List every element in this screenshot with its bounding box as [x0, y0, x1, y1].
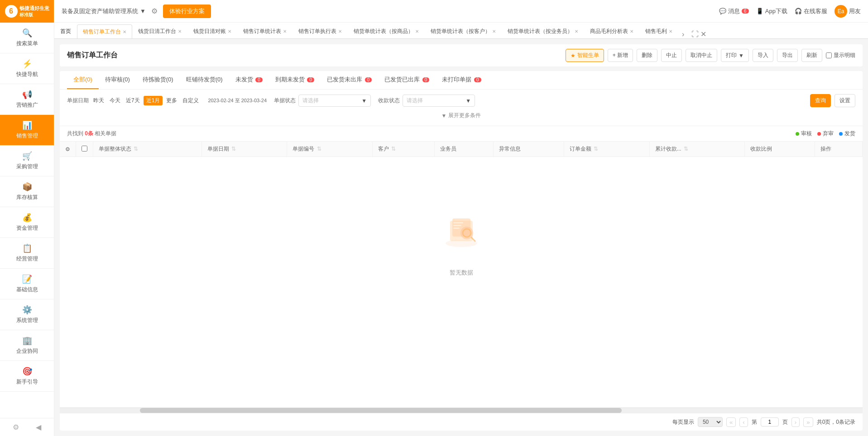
status-select[interactable]: 请选择 ▼	[298, 95, 371, 107]
tab-close-icon[interactable]: ✕	[283, 29, 287, 34]
filter-tab-shipped-not-out[interactable]: 已发货未出库 0	[321, 71, 378, 89]
ship-action[interactable]: 发货	[839, 130, 855, 137]
sort-icon[interactable]: ⇅	[317, 146, 321, 152]
print-button[interactable]: 打印 ▼	[721, 49, 749, 62]
scrollbar-thumb[interactable]	[140, 408, 622, 413]
sort-icon[interactable]: ⇅	[134, 146, 138, 152]
date-opt-1month[interactable]: 近1月	[144, 96, 163, 105]
smart-gen-button[interactable]: ★ 智能生单	[566, 49, 604, 62]
sidebar-item-operations[interactable]: 📋 经营管理	[0, 238, 54, 269]
settings-bottom-icon[interactable]: ⚙	[13, 423, 19, 431]
tab-sales-profit[interactable]: 销售毛利 ✕	[639, 24, 678, 38]
service-button[interactable]: 🎧 在线客服	[795, 7, 827, 15]
show-details-label[interactable]: 显示明细	[826, 52, 855, 59]
sort-icon[interactable]: ⇅	[231, 146, 236, 152]
tab-close-icon[interactable]: ✕	[178, 29, 182, 34]
delete-button[interactable]: 删除	[637, 49, 657, 62]
next-page-button[interactable]: ›	[791, 417, 800, 427]
tab-close-icon[interactable]: ✕	[575, 29, 578, 34]
show-details-checkbox[interactable]	[826, 52, 832, 58]
sidebar-item-sales[interactable]: 📊 销售管理	[0, 115, 54, 146]
tab-sales-order[interactable]: 销售订单工作台 ✕	[77, 24, 132, 39]
select-all-checkbox[interactable]	[82, 146, 87, 152]
message-button[interactable]: 💬 消息 6	[719, 7, 749, 15]
tab-close-icon[interactable]: ✕	[630, 29, 633, 34]
cancel-pause-button[interactable]: 取消中止	[686, 49, 717, 62]
horizontal-scrollbar[interactable]	[60, 408, 863, 413]
tab-home[interactable]: 首页	[54, 24, 77, 38]
tab-close-all-icon[interactable]: ✕	[700, 30, 706, 38]
sidebar-item-purchase[interactable]: 🛒 采购管理	[0, 146, 54, 176]
tab-goods-margin[interactable]: 商品毛利分析表 ✕	[584, 24, 639, 38]
sidebar-item-search[interactable]: 🔍 搜索菜单	[0, 23, 54, 53]
filter-tab-all[interactable]: 全部(0)	[67, 71, 99, 89]
export-button[interactable]: 导出	[777, 49, 798, 62]
trial-button[interactable]: 体验行业方案	[163, 5, 211, 18]
sidebar-item-system[interactable]: ⚙️ 系统管理	[0, 299, 54, 330]
sort-icon[interactable]: ⇅	[684, 146, 688, 152]
reject-action[interactable]: 弃审	[817, 130, 834, 137]
chevron-right-icon: ›	[682, 30, 684, 38]
tab-close-icon[interactable]: ✕	[123, 29, 126, 34]
tab-close-icon[interactable]: ✕	[669, 29, 672, 34]
app-download-button[interactable]: 📱 App下载	[756, 7, 787, 15]
date-opt-more[interactable]: 更多	[164, 96, 179, 105]
tab-fullscreen-icon[interactable]: ⛶	[691, 30, 699, 38]
th-check[interactable]	[76, 142, 93, 157]
sidebar-item-finance[interactable]: 💰 资金管理	[0, 207, 54, 238]
add-button[interactable]: + 新增	[608, 49, 633, 62]
tab-sales-summary-staff[interactable]: 销货单统计表（按业务员） ✕	[502, 24, 584, 38]
settings-search-button[interactable]: 设置	[834, 94, 855, 107]
date-opt-today[interactable]: 今天	[108, 96, 122, 105]
page-size-select[interactable]: 50 10 20 100	[698, 417, 723, 427]
user-menu[interactable]: Ea 用友	[834, 5, 861, 18]
tab-close-icon[interactable]: ✕	[415, 29, 419, 34]
filter-tab-shipped-out[interactable]: 已发货已出库 0	[378, 71, 436, 89]
tab-close-icon[interactable]: ✕	[492, 29, 496, 34]
tab-sales-summary-customer[interactable]: 销货单统计表（按客户） ✕	[425, 24, 502, 38]
first-page-button[interactable]: «	[726, 417, 736, 427]
date-opt-yesterday[interactable]: 昨天	[91, 96, 106, 105]
expand-more-button[interactable]: ▼ 展开更多条件	[438, 110, 485, 121]
reject-dot	[817, 132, 821, 136]
sidebar-item-inventory[interactable]: 📦 库存核算	[0, 176, 54, 207]
date-opt-7days[interactable]: 近7天	[124, 96, 142, 105]
search-row: 单据日期 昨天 今天 近7天 近1月 更多 自定义 2023-02-24 至 2…	[67, 94, 855, 107]
sidebar-item-quicknav[interactable]: ⚡ 快捷导航	[0, 53, 54, 84]
query-button[interactable]: 查询	[810, 94, 831, 107]
sort-icon[interactable]: ⇅	[594, 146, 598, 152]
tab-cash-reconcile[interactable]: 钱货日清对账 ✕	[187, 24, 237, 38]
date-opt-custom[interactable]: 自定义	[181, 96, 201, 105]
filter-tab-not-printed[interactable]: 未打印单据 0	[436, 71, 487, 89]
system-title-dropdown[interactable]: 装备及固定资产辅助管理系统 ▼	[62, 7, 146, 15]
table-header-row: ⚙ 单据整体状态 ⇅ 单据日期 ⇅	[60, 142, 863, 157]
sidebar-item-marketing[interactable]: 📢 营销推广	[0, 84, 54, 115]
sort-icon[interactable]: ⇅	[391, 146, 396, 152]
payment-select[interactable]: 请选择 ▼	[403, 95, 475, 107]
filter-tab-pending-check[interactable]: 待拣验货(0)	[136, 71, 180, 89]
tab-sales-exec[interactable]: 销售订单执行表 ✕	[293, 24, 348, 38]
collapse-icon[interactable]: ◀	[36, 423, 41, 431]
tab-close-icon[interactable]: ✕	[338, 29, 342, 34]
tabbar-more[interactable]: ›	[678, 30, 688, 38]
page-number-input[interactable]	[761, 417, 779, 427]
tab-close-icon[interactable]: ✕	[228, 29, 231, 34]
tab-cash-day[interactable]: 钱货日清工作台 ✕	[132, 24, 187, 38]
filter-tab-not-shipped[interactable]: 未发货 0	[229, 71, 269, 89]
tab-sales-summary-product[interactable]: 销货单统计表（按商品） ✕	[348, 24, 425, 38]
last-page-button[interactable]: »	[803, 417, 813, 427]
sidebar-item-enterprise[interactable]: 🏢 企业协同	[0, 330, 54, 361]
tab-sales-stat[interactable]: 销售订单统计表 ✕	[237, 24, 293, 38]
refresh-button[interactable]: 刷新	[801, 49, 822, 62]
prev-page-button[interactable]: ‹	[739, 417, 748, 427]
topbar-settings-icon[interactable]: ⚙	[151, 7, 158, 15]
pause-button[interactable]: 中止	[661, 49, 682, 62]
filter-tab-wangpu[interactable]: 旺铺待发货(0)	[180, 71, 229, 89]
filter-tab-pending[interactable]: 待审核(0)	[99, 71, 136, 89]
approve-action[interactable]: 审核	[796, 130, 812, 137]
import-button[interactable]: 导入	[753, 49, 773, 62]
th-settings[interactable]: ⚙	[60, 142, 76, 157]
filter-tab-expired[interactable]: 到期未发货 0	[269, 71, 321, 89]
sidebar-item-guide[interactable]: 🎯 新手引导	[0, 361, 54, 392]
sidebar-item-basic[interactable]: 📝 基础信息	[0, 269, 54, 299]
